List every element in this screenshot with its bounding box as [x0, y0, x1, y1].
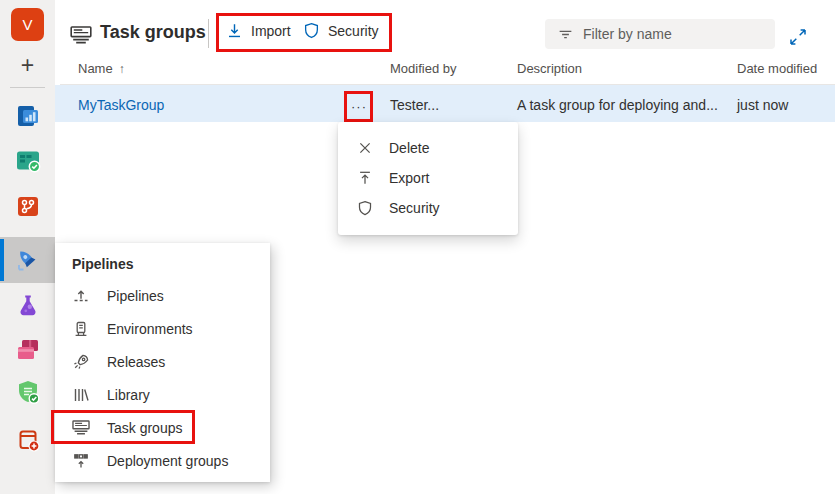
boards-icon [13, 146, 43, 176]
flyout-item-library[interactable]: Library [55, 378, 270, 411]
security-shield-icon [13, 378, 43, 408]
fullscreen-icon[interactable] [788, 26, 810, 48]
pipelines-flyout: Pipelines Pipelines Environments [55, 243, 270, 482]
security-button-label: Security [328, 23, 379, 39]
menu-item-delete[interactable]: Delete [338, 133, 518, 163]
add-button[interactable]: + [0, 52, 55, 78]
more-actions-button[interactable]: ··· [347, 95, 371, 119]
import-icon [226, 22, 243, 39]
task-groups-icon [72, 419, 90, 436]
shield-icon [303, 22, 320, 39]
column-header-modified-by[interactable]: Modified by [390, 61, 456, 76]
flyout-item-pipelines[interactable]: Pipelines [55, 279, 270, 312]
import-button-label: Import [251, 23, 291, 39]
flyout-item-environments[interactable]: Environments [55, 312, 270, 345]
container-plus-icon [13, 425, 43, 455]
task-groups-icon [70, 25, 92, 45]
deployment-groups-icon [72, 452, 90, 470]
project-avatar[interactable]: V [0, 8, 55, 41]
task-groups-page: V + [0, 0, 835, 494]
rail-divider [10, 87, 45, 88]
menu-item-security[interactable]: Security [338, 193, 518, 223]
flyout-title: Pipelines [72, 256, 270, 276]
app-rail: V + [0, 0, 55, 494]
rail-item-pipelines[interactable] [0, 244, 55, 276]
filter-icon [557, 26, 574, 43]
releases-icon [72, 353, 90, 371]
pipelines-icon [72, 287, 90, 305]
flyout-item-deployment-groups[interactable]: Deployment groups [55, 444, 270, 477]
description-cell: A task group for deploying and... [517, 97, 718, 113]
security-button[interactable]: Security [303, 22, 379, 39]
rail-item-artifacts[interactable] [0, 334, 55, 366]
environments-icon [72, 320, 90, 338]
plus-icon: + [21, 54, 34, 77]
flyout-item-releases[interactable]: Releases [55, 345, 270, 378]
column-header-date-modified[interactable]: Date modified [737, 61, 817, 76]
project-avatar-letter: V [11, 8, 44, 41]
delete-icon [357, 140, 373, 156]
rail-item-new-service[interactable] [0, 424, 55, 456]
test-plans-icon [13, 292, 43, 322]
task-group-name-link[interactable]: MyTaskGroup [78, 97, 164, 113]
filter-box[interactable] [545, 19, 775, 49]
import-button[interactable]: Import [226, 22, 291, 39]
page-title: Task groups [100, 22, 206, 43]
column-header-description[interactable]: Description [517, 61, 582, 76]
header-divider [208, 19, 209, 48]
artifacts-icon [13, 335, 43, 365]
rail-item-boards[interactable] [0, 145, 55, 177]
rail-item-advanced-security[interactable] [0, 377, 55, 409]
export-icon [357, 170, 373, 186]
filter-input[interactable] [583, 26, 763, 42]
rail-item-test-plans[interactable] [0, 291, 55, 323]
context-menu: Delete Export Security [338, 122, 518, 235]
overview-icon [13, 101, 43, 131]
flyout-item-task-groups[interactable]: Task groups [55, 411, 270, 444]
table-row[interactable] [55, 85, 835, 122]
rail-item-overview[interactable] [0, 100, 55, 132]
repos-icon [13, 191, 43, 221]
pipelines-rocket-icon [13, 245, 43, 275]
menu-item-export[interactable]: Export [338, 163, 518, 193]
sort-ascending-icon: ↑ [119, 62, 125, 76]
column-header-name[interactable]: Name↑ [78, 61, 125, 76]
shield-icon [357, 200, 373, 216]
library-icon [72, 386, 90, 404]
date-modified-cell: just now [737, 97, 788, 113]
modified-by-cell: Tester... [390, 97, 439, 113]
rail-item-repos[interactable] [0, 190, 55, 222]
